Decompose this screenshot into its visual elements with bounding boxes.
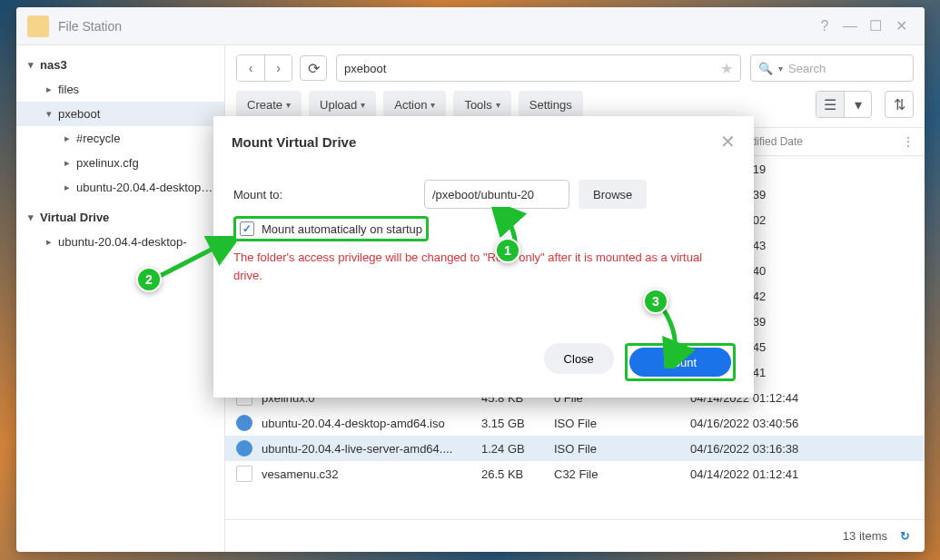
caret-down-icon: ▾ (361, 100, 365, 110)
mount-to-input[interactable]: /pxeboot/ubuntu-20 (424, 180, 569, 209)
tree-root-virtual[interactable]: ▾Virtual Drive (16, 205, 224, 230)
caret-right-icon: ▸ (62, 157, 73, 169)
caret-down-icon: ▾ (496, 100, 500, 110)
dialog-title: Mount Virtual Drive (232, 134, 720, 150)
file-icon (236, 466, 252, 482)
caret-down-icon: ▾ (25, 211, 36, 223)
table-row[interactable]: ubuntu-20.04.4-live-server-amd64....1.24… (225, 436, 925, 461)
list-view-button[interactable]: ☰ (816, 92, 844, 117)
tree-item-ubuntu[interactable]: ▸ubuntu-20.04.4-desktop-amd64 (16, 175, 224, 200)
close-window-button[interactable]: ✕ (888, 14, 914, 39)
iso-icon (236, 415, 252, 431)
mount-to-label: Mount to: (233, 188, 415, 201)
auto-mount-checkbox[interactable]: ✓ (240, 221, 254, 236)
tree-item-pxelinuxcfg[interactable]: ▸pxelinux.cfg (16, 151, 224, 175)
upload-button[interactable]: Upload▾ (309, 91, 376, 118)
iso-icon (236, 440, 252, 457)
search-icon: 🔍 (758, 62, 773, 75)
dialog-header: Mount Virtual Drive ✕ (213, 116, 754, 165)
nav-group: ‹ › (236, 54, 292, 82)
nav-toolbar: ‹ › ⟳ pxeboot★ 🔍▾Search (225, 45, 925, 87)
back-button[interactable]: ‹ (237, 55, 264, 81)
annotation-3: 3 (643, 289, 668, 314)
caret-right-icon: ▸ (44, 236, 54, 248)
close-icon[interactable]: ✕ (720, 131, 736, 152)
annotation-arrow-3 (641, 305, 696, 368)
annotation-2: 2 (136, 267, 162, 292)
forward-button[interactable]: › (264, 55, 292, 81)
titlebar: File Station ? — ☐ ✕ (16, 7, 925, 45)
item-count: 13 items (843, 529, 887, 543)
app-icon (27, 15, 49, 37)
grid-view-button[interactable]: ▾ (844, 92, 871, 117)
sort-button[interactable]: ⇅ (885, 91, 914, 118)
col-menu-icon[interactable]: ⋮ (895, 135, 914, 148)
mount-to-row: Mount to: /pxeboot/ubuntu-20 Browse (233, 180, 734, 209)
dialog-close-button[interactable]: Close (544, 343, 614, 374)
caret-down-icon: ▾ (25, 59, 36, 71)
caret-down-icon: ▾ (778, 64, 783, 74)
tree-root-nas[interactable]: ▾nas3 (16, 53, 224, 77)
auto-mount-label: Mount automatically on startup (262, 222, 422, 236)
caret-right-icon: ▸ (62, 133, 73, 144)
tree-item-recycle[interactable]: ▸#recycle (16, 126, 224, 151)
sidebar: ▾nas3 ▸files ▾pxeboot ▸#recycle ▸pxelinu… (16, 45, 225, 552)
settings-button[interactable]: Settings (519, 91, 583, 118)
caret-down-icon: ▾ (430, 100, 435, 110)
tools-button[interactable]: Tools▾ (453, 91, 510, 118)
create-button[interactable]: Create▾ (236, 91, 302, 118)
table-row[interactable]: ubuntu-20.04.4-desktop-amd64.iso3.15 GBI… (225, 410, 925, 436)
reload-icon[interactable]: ↻ (900, 529, 910, 543)
auto-mount-row[interactable]: ✓ Mount automatically on startup (233, 216, 429, 241)
caret-right-icon: ▸ (62, 182, 73, 193)
star-icon[interactable]: ★ (720, 60, 733, 77)
annotation-1: 1 (495, 238, 520, 263)
search-input[interactable]: 🔍▾Search (750, 54, 914, 82)
caret-down-icon: ▾ (44, 108, 54, 120)
minimize-button[interactable]: — (837, 14, 863, 39)
tree-item-pxeboot[interactable]: ▾pxeboot (16, 102, 224, 126)
table-row[interactable]: vesamenu.c3226.5 KBC32 File04/14/2022 01… (225, 461, 925, 486)
statusbar: 13 items ↻ (225, 519, 925, 552)
annotation-arrow-2 (154, 236, 236, 281)
tree-item-files[interactable]: ▸files (16, 77, 224, 102)
reload-button[interactable]: ⟳ (300, 55, 327, 81)
caret-right-icon: ▸ (44, 84, 54, 95)
path-input[interactable]: pxeboot★ (336, 54, 741, 82)
warning-text: The folder's access privilege will be ch… (233, 249, 734, 284)
action-button[interactable]: Action▾ (383, 91, 446, 118)
maximize-button[interactable]: ☐ (863, 14, 888, 39)
help-button[interactable]: ? (812, 14, 837, 39)
window-title: File Station (58, 19, 812, 34)
browse-button[interactable]: Browse (579, 180, 647, 209)
view-switch: ☰ ▾ (816, 91, 872, 118)
caret-down-icon: ▾ (286, 100, 291, 110)
